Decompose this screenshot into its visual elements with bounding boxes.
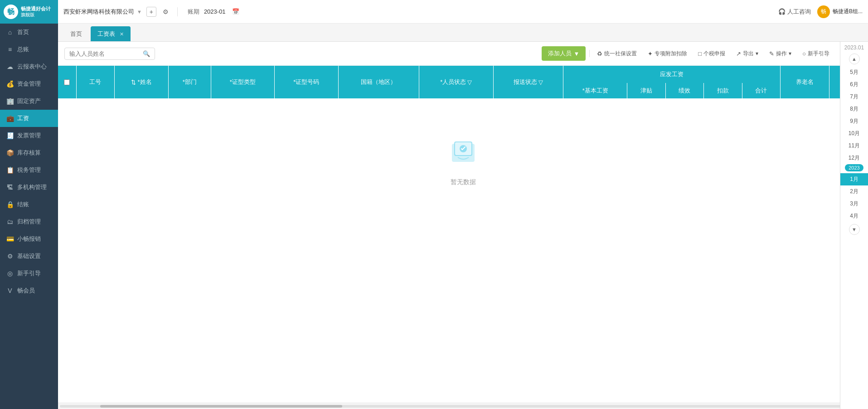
topbar: 西安虾米网络科技有限公司 ▼ + ⚙ 账期 2023-01 📅 🎧 人工咨询 畅… bbox=[58, 0, 868, 24]
tab-close-button[interactable]: ✕ bbox=[120, 31, 124, 37]
sidebar: 畅 畅捷通好会计 旗舰版 ⌂ 首页 ≡ 总账 ☁ 云报表中心 💰 资金管理 🏢 … bbox=[0, 0, 58, 409]
search-input[interactable] bbox=[69, 50, 140, 57]
sidebar-item-tax[interactable]: 📋 税务管理 bbox=[0, 161, 58, 179]
personal-tax-button[interactable]: □ 个税申报 bbox=[694, 48, 729, 60]
inventory-icon: 📦 bbox=[6, 149, 14, 156]
assets-icon: 🏢 bbox=[6, 97, 14, 105]
sidebar-item-home[interactable]: ⌂ 首页 bbox=[0, 24, 58, 41]
year-2023-badge: 2023 bbox=[845, 164, 863, 171]
personal-tax-label: 个税申报 bbox=[703, 50, 725, 58]
tab-payroll[interactable]: 工资表 ✕ bbox=[91, 26, 131, 41]
sidebar-item-settings[interactable]: ⚙ 基础设置 bbox=[0, 248, 58, 265]
sidebar-label-inventory: 库存核算 bbox=[17, 149, 41, 157]
th-social-security: 养老名 bbox=[781, 66, 829, 98]
add-person-button[interactable]: 添加人员 ▼ bbox=[542, 46, 586, 61]
filter-icon-status: ▽ bbox=[467, 79, 472, 86]
sidebar-label-tax: 税务管理 bbox=[17, 166, 41, 174]
sidebar-label-multi-org: 多机构管理 bbox=[17, 183, 47, 191]
month-nav-down[interactable]: ▼ bbox=[849, 224, 860, 235]
special-deduction-button[interactable]: ✦ 专项附加扣除 bbox=[644, 48, 691, 60]
search-box[interactable]: 🔍 bbox=[64, 48, 155, 60]
customer-service-button[interactable]: 🎧 人工咨询 bbox=[778, 8, 811, 16]
add-company-button[interactable]: + bbox=[146, 7, 156, 17]
operations-icon: ✎ bbox=[769, 50, 774, 57]
sidebar-item-ledger[interactable]: ≡ 总账 bbox=[0, 41, 58, 58]
calendar-icon[interactable]: 📅 bbox=[232, 8, 239, 15]
sidebar-item-payroll[interactable]: 💼 工资 bbox=[0, 110, 58, 127]
month-item-3-2023[interactable]: 3月 bbox=[840, 198, 868, 210]
company-settings-button[interactable]: ⚙ bbox=[161, 7, 171, 17]
logo-text: 畅捷通好会计 bbox=[21, 5, 51, 12]
sidebar-item-archive[interactable]: 🗂 归档管理 bbox=[0, 213, 58, 230]
social-security-button[interactable]: ♻ 统一社保设置 bbox=[593, 48, 640, 60]
tab-home[interactable]: 首页 bbox=[63, 26, 89, 41]
month-item-10-2022[interactable]: 10月 bbox=[840, 127, 868, 140]
sidebar-item-guide[interactable]: ◎ 新手引导 bbox=[0, 265, 58, 282]
sidebar-label-invoice: 发票管理 bbox=[17, 131, 41, 140]
guide-btn-icon: ○ bbox=[802, 50, 806, 57]
sidebar-item-invoice[interactable]: 🧾 发票管理 bbox=[0, 127, 58, 144]
operations-label: 操作 bbox=[776, 50, 787, 58]
th-report-status[interactable]: 报送状态 ▽ bbox=[493, 66, 563, 98]
th-checkbox[interactable] bbox=[58, 66, 76, 98]
sidebar-item-funds[interactable]: 💰 资金管理 bbox=[0, 75, 58, 93]
th-deduction: 扣款 bbox=[704, 83, 742, 98]
toolbar-actions: 添加人员 ▼ ♻ 统一社保设置 ✦ 专项附加扣除 □ 个税申报 ↗ bbox=[542, 46, 862, 61]
sidebar-item-member[interactable]: V 畅会员 bbox=[0, 282, 58, 299]
logo-sub: 旗舰版 bbox=[21, 12, 51, 18]
sidebar-label-assets: 固定资产 bbox=[17, 97, 41, 105]
home-icon: ⌂ bbox=[6, 29, 14, 36]
sidebar-item-multi-org[interactable]: 🏗 多机构管理 bbox=[0, 179, 58, 196]
month-item-11-2022[interactable]: 11月 bbox=[840, 140, 868, 152]
toolbar-divider-1 bbox=[589, 50, 590, 57]
guide-label: 新手引导 bbox=[808, 50, 829, 58]
tab-payroll-label: 工资表 bbox=[97, 30, 115, 37]
close-period-icon: 🔒 bbox=[6, 201, 14, 208]
month-nav-up[interactable]: ▲ bbox=[849, 54, 860, 64]
archive-icon: 🗂 bbox=[6, 218, 14, 225]
select-all-checkbox[interactable] bbox=[64, 79, 70, 85]
scroll-thumb[interactable] bbox=[100, 405, 342, 408]
th-name[interactable]: ⇅ *姓名 bbox=[115, 66, 169, 98]
export-icon: ↗ bbox=[736, 50, 741, 57]
sidebar-item-expense[interactable]: 💳 小畅报销 bbox=[0, 230, 58, 248]
month-item-6-2022[interactable]: 6月 bbox=[840, 78, 868, 91]
guide-button[interactable]: ○ 新手引导 bbox=[799, 48, 833, 60]
sidebar-label-funds: 资金管理 bbox=[17, 80, 41, 88]
sidebar-item-close-period[interactable]: 🔒 结账 bbox=[0, 196, 58, 213]
expense-icon: 💳 bbox=[6, 235, 14, 243]
month-item-2-2023[interactable]: 2月 bbox=[840, 185, 868, 198]
sidebar-label-guide: 新手引导 bbox=[17, 269, 41, 278]
empty-state: 暂无数据 bbox=[58, 98, 868, 223]
sidebar-label-ledger: 总账 bbox=[17, 45, 29, 54]
filter-icon-report: ▽ bbox=[538, 79, 543, 86]
month-item-1-2023[interactable]: 1月 bbox=[840, 173, 868, 185]
th-person-status[interactable]: *人员状态 ▽ bbox=[419, 66, 493, 98]
horizontal-scrollbar[interactable] bbox=[58, 403, 868, 409]
export-button[interactable]: ↗ 导出 ▾ bbox=[732, 48, 762, 60]
month-item-9-2022[interactable]: 9月 bbox=[840, 115, 868, 127]
period-value: 2023-01 bbox=[204, 8, 226, 15]
operations-button[interactable]: ✎ 操作 ▾ bbox=[766, 48, 795, 60]
personal-tax-icon: □ bbox=[698, 50, 702, 57]
sidebar-item-assets[interactable]: 🏢 固定资产 bbox=[0, 93, 58, 110]
company-selector[interactable]: 西安虾米网络科技有限公司 ▼ bbox=[63, 8, 142, 16]
invoice-icon: 🧾 bbox=[6, 132, 14, 139]
add-person-label: 添加人员 bbox=[548, 49, 572, 58]
th-employee-id: 工号 bbox=[76, 66, 115, 98]
user-menu[interactable]: 畅 畅捷通B组... bbox=[817, 5, 863, 18]
month-item-4-2023[interactable]: 4月 bbox=[840, 210, 868, 222]
sidebar-label-payroll: 工资 bbox=[17, 114, 29, 122]
month-item-12-2022[interactable]: 12月 bbox=[840, 152, 868, 164]
headset-icon: 🎧 bbox=[778, 8, 786, 15]
sidebar-item-cloud-report[interactable]: ☁ 云报表中心 bbox=[0, 58, 58, 75]
guide-icon: ◎ bbox=[6, 270, 14, 277]
chevron-down-icon: ▼ bbox=[137, 9, 142, 15]
dropdown-arrow-icon: ▼ bbox=[573, 50, 579, 57]
service-label: 人工咨询 bbox=[787, 8, 811, 16]
month-item-5-2022[interactable]: 5月 bbox=[840, 66, 868, 78]
month-item-8-2022[interactable]: 8月 bbox=[840, 103, 868, 115]
month-item-7-2022[interactable]: 7月 bbox=[840, 91, 868, 103]
sidebar-item-inventory[interactable]: 📦 库存核算 bbox=[0, 144, 58, 161]
sidebar-label-close-period: 结账 bbox=[17, 200, 29, 209]
